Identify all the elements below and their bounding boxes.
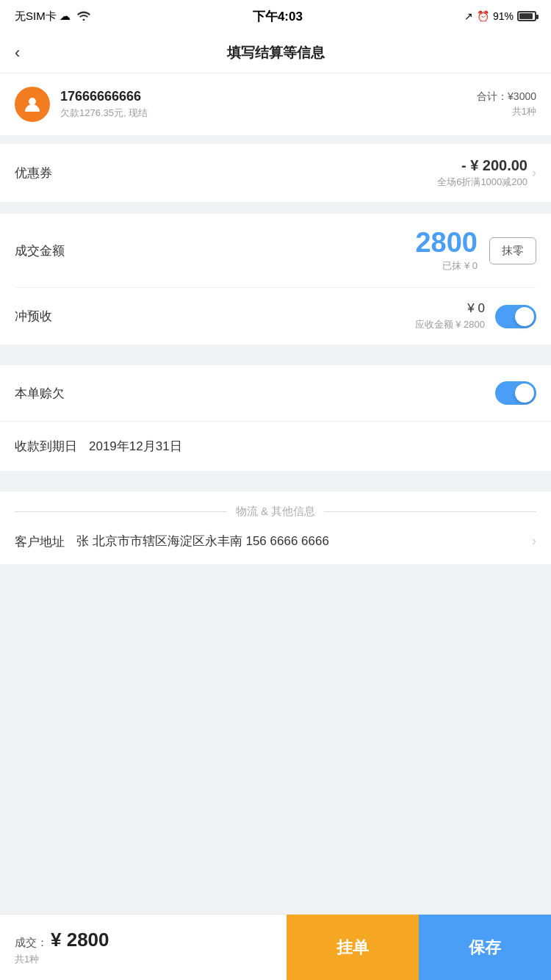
address-label: 客户地址 xyxy=(15,532,65,550)
prereceive-amounts: ¥ 0 应收金额 ¥ 2800 xyxy=(415,301,485,331)
deal-section: 成交金额 2800 已抹 ¥ 0 抹零 冲预收 ¥ 0 应收金额 ¥ 2800 xyxy=(0,214,551,345)
due-date: 2019年12月31日 xyxy=(89,438,182,455)
bottom-deal-amount: ¥ 2800 xyxy=(51,929,109,951)
due-label: 收款到期日 xyxy=(15,438,77,455)
bottom-count: 共1种 xyxy=(15,953,272,966)
status-bar: 无SIM卡 ☁ 下午4:03 ↗ ⏰ 91% xyxy=(0,0,551,32)
divider-1 xyxy=(0,135,551,144)
customer-card: 17666666666 欠款1276.35元, 现结 合计：¥3000 共1种 xyxy=(0,73,551,135)
customer-phone: 17666666666 xyxy=(60,89,148,104)
page-title: 填写结算等信息 xyxy=(227,43,325,62)
logistics-divider: 物流 & 其他信息 xyxy=(15,505,536,519)
hang-button[interactable]: 挂单 xyxy=(287,915,419,981)
prereceive-main: ¥ 0 xyxy=(415,301,485,316)
coupon-discount: - ¥ 200.00 xyxy=(437,157,527,174)
save-button[interactable]: 保存 xyxy=(419,915,551,981)
total-count: 共1种 xyxy=(477,105,536,118)
status-time: 下午4:03 xyxy=(253,8,303,25)
deal-right: 2800 已抹 ¥ 0 抹零 xyxy=(415,228,536,273)
address-chevron-icon: › xyxy=(532,533,536,549)
logistics-section: 物流 & 其他信息 客户地址 张 北京市市辖区海淀区永丰南 156 6666 6… xyxy=(0,491,551,564)
prereceive-sub: 应收金额 ¥ 2800 xyxy=(415,318,485,331)
location-icon: ↗ xyxy=(464,10,473,22)
debit-toggle-knob xyxy=(515,383,534,403)
prereceive-label: 冲预收 xyxy=(15,308,52,325)
deal-sub: 已抹 ¥ 0 xyxy=(415,259,478,273)
status-right: ↗ ⏰ 91% xyxy=(464,10,536,22)
debit-label: 本单赊欠 xyxy=(15,385,65,402)
toggle-knob xyxy=(515,307,534,326)
coupon-desc: 全场6折满1000减200 xyxy=(437,176,527,189)
bottom-deal-label: 成交： xyxy=(15,936,48,950)
deal-amount: 2800 xyxy=(415,228,478,256)
back-button[interactable]: ‹ xyxy=(15,43,20,62)
battery-icon xyxy=(517,11,536,21)
divider-line-right xyxy=(324,511,536,512)
coupon-right-text: - ¥ 200.00 全场6折满1000减200 xyxy=(437,157,527,189)
bottom-summary: 成交： ¥ 2800 共1种 xyxy=(0,929,287,966)
status-left: 无SIM卡 ☁ xyxy=(15,10,91,24)
bottom-deal-line: 成交： ¥ 2800 xyxy=(15,929,272,951)
deal-label: 成交金额 xyxy=(15,242,65,259)
deal-row: 成交金额 2800 已抹 ¥ 0 抹零 xyxy=(0,214,551,287)
debit-row: 本单赊欠 xyxy=(0,365,551,421)
bottom-bar: 成交： ¥ 2800 共1种 挂单 保存 xyxy=(0,914,551,980)
prereceive-toggle[interactable] xyxy=(495,305,536,328)
due-row: 收款到期日 2019年12月31日 xyxy=(0,421,551,471)
address-row[interactable]: 客户地址 张 北京市市辖区海淀区永丰南 156 6666 6666 › xyxy=(15,532,536,551)
divider-4 xyxy=(0,471,551,483)
wifi-icon xyxy=(76,10,91,23)
prereceive-row: 冲预收 ¥ 0 应收金额 ¥ 2800 xyxy=(0,288,551,345)
svg-point-0 xyxy=(29,98,36,105)
customer-info: 17666666666 欠款1276.35元, 现结 xyxy=(60,89,148,120)
customer-left: 17666666666 欠款1276.35元, 现结 xyxy=(15,87,148,122)
prereceive-right: ¥ 0 应收金额 ¥ 2800 xyxy=(415,301,536,331)
divider-line-left xyxy=(15,511,227,512)
coupon-right: - ¥ 200.00 全场6折满1000减200 › xyxy=(437,157,536,189)
address-value: 张 北京市市辖区海淀区永丰南 156 6666 6666 xyxy=(76,532,532,551)
customer-debt: 欠款1276.35元, 现结 xyxy=(60,107,148,120)
debit-toggle[interactable] xyxy=(495,381,536,405)
sim-label: 无SIM卡 ☁ xyxy=(15,10,71,24)
divider-3 xyxy=(0,345,551,356)
avatar xyxy=(15,87,50,122)
customer-right: 合计：¥3000 共1种 xyxy=(477,90,536,118)
alarm-icon: ⏰ xyxy=(477,10,489,22)
bottom-spacer xyxy=(0,564,551,711)
total-label: 合计：¥3000 xyxy=(477,90,536,104)
content-area: 17666666666 欠款1276.35元, 现结 合计：¥3000 共1种 … xyxy=(0,73,551,785)
battery-label: 91% xyxy=(493,10,514,22)
coupon-row[interactable]: 优惠券 - ¥ 200.00 全场6折满1000减200 › xyxy=(0,144,551,202)
round-button[interactable]: 抹零 xyxy=(489,237,536,264)
logistics-title: 物流 & 其他信息 xyxy=(236,505,315,519)
deal-amount-block: 2800 已抹 ¥ 0 xyxy=(415,228,478,273)
divider-2 xyxy=(0,202,551,214)
coupon-label: 优惠券 xyxy=(15,165,52,181)
chevron-right-icon: › xyxy=(532,165,536,181)
nav-bar: ‹ 填写结算等信息 xyxy=(0,32,551,73)
